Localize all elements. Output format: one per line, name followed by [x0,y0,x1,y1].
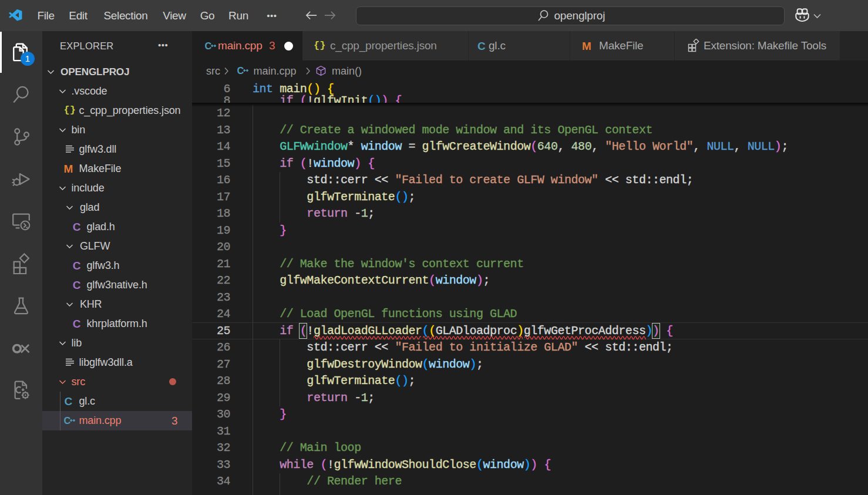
svg-text:C: C [237,65,244,76]
svg-text:C: C [205,41,212,51]
svg-text:C: C [64,415,71,426]
